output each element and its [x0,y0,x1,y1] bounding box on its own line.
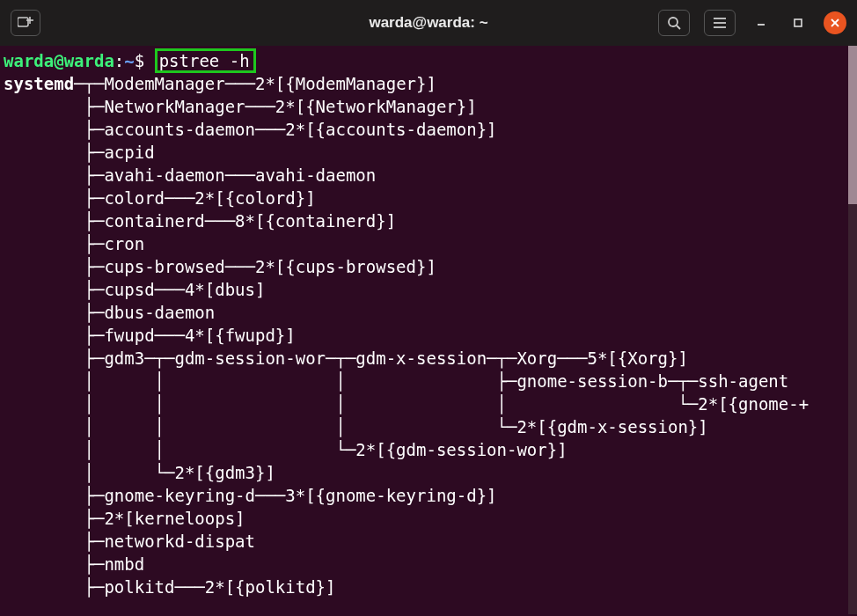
tree-line: ├─cron [4,232,853,255]
tree-line: ├─polkitd───2*[{polkitd}] [4,576,853,598]
terminal-window: warda@warda: ~ warda@warda:~$ pstree -hs… [0,0,857,616]
tree-line: │ │ └─2*[{gdm-session-wor}] [4,438,853,461]
maximize-icon [793,18,803,28]
tree-line: ├─gnome-keyring-d───3*[{gnome-keyring-d}… [4,484,853,507]
svg-line-4 [677,26,680,29]
maximize-button[interactable] [787,11,809,34]
tree-indent [4,257,84,276]
tree-indent [4,554,84,574]
tree-text: ├─polkitd───2*[{polkitd}] [84,577,336,597]
tree-indent [4,532,84,551]
tree-text: ├─fwupd───4*[{fwupd}] [84,326,296,345]
terminal-body[interactable]: warda@warda:~$ pstree -hsystemd─┬─ModemM… [0,46,857,616]
tree-indent [4,440,84,459]
tree-indent [4,211,84,231]
tree-line: ├─acpid [4,141,853,164]
tree-indent [4,326,84,345]
tree-text: ├─acpid [84,143,155,162]
tree-text: ├─colord───2*[{colord}] [84,188,316,208]
tree-text: ├─NetworkManager───2*[{NetworkManager}] [84,97,477,116]
search-icon [667,16,681,30]
minimize-icon [756,18,766,28]
tree-indent [4,188,84,208]
tree-line: ├─cupsd───4*[dbus] [4,278,853,301]
tree-line: ├─containerd───8*[{containerd}] [4,209,853,232]
tree-line: │ │ │ └─2*[{gdm-x-session}] [4,415,853,438]
tree-line: ├─NetworkManager───2*[{NetworkManager}] [4,95,853,118]
tree-line: systemd─┬─ModemManager───2*[{ModemManage… [4,72,853,95]
tree-text: ├─networkd-dispat [84,532,255,551]
new-tab-button[interactable] [11,10,40,36]
tree-indent [4,143,84,162]
tree-line: ├─dbus-daemon [4,301,853,324]
prompt-dollar: $ [135,51,155,70]
tree-indent [4,234,84,253]
prompt-user-host: warda@warda [4,51,114,70]
tree-line: │ │ │ │ └─2*[{gnome-+ [4,392,853,415]
tree-indent [4,120,84,139]
tree-indent [4,165,84,185]
tree-text: ├─2*[kerneloops] [84,509,245,528]
tree-line: ├─2*[kerneloops] [4,507,853,530]
tree-text: │ │ │ ├─gnome-session-b─┬─ssh-agent [84,371,789,391]
tree-line: ├─gdm3─┬─gdm-session-wor─┬─gdm-x-session… [4,347,853,370]
hamburger-icon [713,17,727,29]
tree-indent [4,463,84,482]
new-tab-icon [18,15,33,32]
svg-point-3 [669,18,678,26]
tree-text: ─┬─ModemManager───2*[{ModemManager}] [74,74,436,93]
tree-text: │ │ │ └─2*[{gdm-x-session}] [84,417,708,436]
tree-indent [4,486,84,505]
tree-indent [4,577,84,597]
tree-indent [4,97,84,116]
titlebar: warda@warda: ~ [0,0,857,46]
tree-indent [4,371,84,391]
tree-indent [4,280,84,299]
tree-line: ├─colord───2*[{colord}] [4,187,853,209]
tree-text: ├─accounts-daemon───2*[{accounts-daemon}… [84,120,497,139]
tree-text: ├─avahi-daemon───avahi-daemon [84,165,377,185]
scrollbar-track[interactable] [848,46,857,614]
tree-indent [4,394,84,414]
tree-text: ├─dbus-daemon [84,303,216,322]
tree-text: ├─cups-browsed───2*[{cups-browsed}] [84,257,436,276]
close-button[interactable] [824,11,846,34]
tree-text: │ └─2*[{gdm3}] [84,463,275,482]
svg-rect-9 [795,19,802,26]
command-highlight: pstree -h [155,48,256,73]
scrollbar-thumb[interactable] [848,46,857,204]
tree-line: ├─fwupd───4*[{fwupd}] [4,324,853,347]
tree-text: │ │ └─2*[{gdm-session-wor}] [84,440,568,459]
prompt-line: warda@warda:~$ pstree -h [4,49,853,72]
tree-line: ├─avahi-daemon───avahi-daemon [4,164,853,187]
close-icon [830,18,840,28]
tree-line: ├─nmbd [4,553,853,576]
tree-text: ├─cron [84,234,145,253]
search-button[interactable] [658,10,690,36]
tree-text: ├─gnome-keyring-d───3*[{gnome-keyring-d}… [84,486,497,505]
minimize-button[interactable] [750,11,773,34]
tree-indent [4,509,84,528]
tree-indent [4,303,84,322]
tree-text: │ │ │ │ └─2*[{gnome-+ [84,394,809,414]
tree-root-process: systemd [4,74,74,93]
menu-button[interactable] [704,10,736,36]
tree-indent [4,348,84,368]
tree-text: ├─nmbd [84,554,145,574]
tree-line: ├─cups-browsed───2*[{cups-browsed}] [4,255,853,278]
tree-line: │ │ │ ├─gnome-session-b─┬─ssh-agent [4,370,853,392]
tree-text: ├─gdm3─┬─gdm-session-wor─┬─gdm-x-session… [84,348,688,368]
tree-line: │ └─2*[{gdm3}] [4,461,853,484]
tree-line: ├─networkd-dispat [4,530,853,553]
prompt-path: ~ [124,51,134,70]
tree-indent [4,417,84,436]
tree-text: ├─cupsd───4*[dbus] [84,280,266,299]
tree-text: ├─containerd───8*[{containerd}] [84,211,397,231]
svg-rect-0 [18,18,28,26]
tree-line: ├─accounts-daemon───2*[{accounts-daemon}… [4,118,853,141]
prompt-separator: : [114,51,124,70]
